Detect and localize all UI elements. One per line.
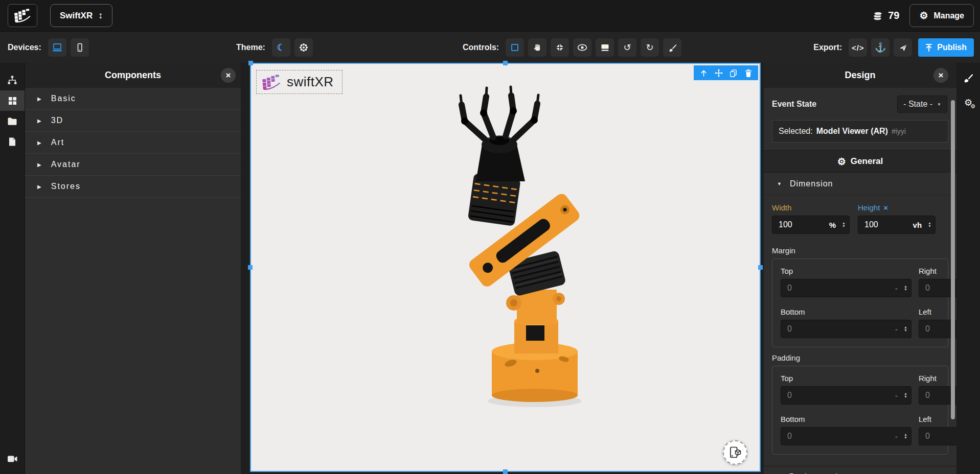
component-group-3d[interactable]: ▶ 3D bbox=[25, 110, 241, 132]
project-title-button[interactable]: SwiftXR ↕ bbox=[50, 4, 112, 27]
project-title: SwiftXR bbox=[60, 11, 93, 21]
credits-counter[interactable]: 79 bbox=[872, 10, 899, 21]
width-label: Width bbox=[772, 203, 850, 212]
publish-up-icon bbox=[925, 43, 932, 52]
flower-gear-icon bbox=[299, 43, 308, 52]
resize-handle-top-left[interactable] bbox=[248, 61, 253, 65]
canvas-logo-element[interactable]: swiftXR bbox=[256, 70, 343, 94]
control-select-button[interactable] bbox=[506, 38, 524, 57]
stepper[interactable]: ▲▼ bbox=[904, 392, 907, 398]
export-embed-button[interactable]: ⚓ bbox=[871, 38, 890, 57]
theme-dark-button[interactable]: ☾ bbox=[272, 38, 290, 57]
device-desktop-button[interactable] bbox=[48, 38, 66, 57]
duplicate-button[interactable] bbox=[729, 68, 738, 77]
unit-label[interactable]: - bbox=[895, 325, 898, 334]
eye-icon bbox=[577, 44, 587, 51]
move-element-button[interactable] bbox=[714, 68, 723, 77]
width-unit[interactable]: % bbox=[829, 221, 836, 229]
export-share-button[interactable] bbox=[894, 38, 912, 57]
control-panel-button[interactable] bbox=[596, 38, 614, 57]
stepper[interactable]: ▲▼ bbox=[904, 285, 907, 291]
ar-phone-cube-icon bbox=[728, 446, 742, 459]
component-group-avatar[interactable]: ▶ Avatar bbox=[25, 154, 241, 176]
margin-bottom-input[interactable] bbox=[787, 324, 893, 334]
manage-button[interactable]: ⚙ Manage bbox=[909, 4, 974, 27]
resize-handle-left-center[interactable] bbox=[248, 265, 253, 270]
app-logo[interactable] bbox=[8, 4, 37, 27]
padding-top-input[interactable] bbox=[787, 391, 893, 400]
margin-top-field: Top - ▲▼ bbox=[781, 267, 911, 297]
margin-top-input[interactable] bbox=[787, 283, 893, 293]
component-group-label: 3D bbox=[51, 116, 63, 125]
components-header: Components × bbox=[25, 63, 241, 88]
controls-group: Controls: bbox=[463, 38, 681, 57]
sidebar-item-hierarchy[interactable] bbox=[0, 70, 25, 90]
updown-arrow-icon: ↕ bbox=[98, 10, 103, 21]
background-section-toggle[interactable]: ▶ Background bbox=[764, 466, 956, 474]
move-up-layer-button[interactable] bbox=[699, 68, 708, 77]
selected-label: Selected: bbox=[779, 127, 813, 136]
padding-left-input[interactable] bbox=[925, 432, 956, 441]
component-group-basic[interactable]: ▶ Basic bbox=[25, 88, 241, 110]
dimension-section-toggle[interactable]: ▼ Dimension bbox=[764, 173, 956, 195]
resize-handle-right-center[interactable] bbox=[758, 265, 763, 270]
grid-icon bbox=[8, 96, 17, 106]
components-title: Components bbox=[105, 70, 161, 81]
sidebar-item-assets[interactable] bbox=[0, 111, 25, 131]
control-preview-button[interactable] bbox=[573, 38, 591, 57]
export-code-button[interactable]: </> bbox=[849, 38, 867, 57]
redo-icon: ↻ bbox=[646, 43, 654, 52]
components-close-button[interactable]: × bbox=[221, 68, 236, 83]
device-mobile-button[interactable] bbox=[71, 38, 89, 57]
selected-element-id: #iyyi bbox=[892, 127, 906, 135]
state-dropdown[interactable]: - State - ▼ bbox=[897, 96, 947, 113]
ar-preview-button[interactable] bbox=[723, 440, 747, 465]
width-inputbox: % ▲▼ bbox=[772, 216, 850, 234]
height-inputbox: vh ▲▼ bbox=[858, 216, 936, 234]
settings-tab-button[interactable]: ⚙⚙ bbox=[960, 94, 977, 111]
component-group-stores[interactable]: ▶ Stores bbox=[25, 176, 241, 198]
redo-button[interactable]: ↻ bbox=[641, 38, 659, 57]
field-label: Bottom bbox=[781, 307, 911, 316]
design-canvas[interactable]: swiftXR bbox=[250, 63, 761, 472]
unit-label[interactable]: - bbox=[895, 284, 898, 293]
padding-top-field: Top - ▲▼ bbox=[781, 374, 911, 405]
design-close-button[interactable]: × bbox=[933, 68, 948, 83]
height-input[interactable] bbox=[864, 220, 911, 229]
export-group: Export: </> ⚓ Publish bbox=[813, 38, 974, 57]
dimension-fields: Width % ▲▼ Height × vh ▲▼ bbox=[764, 195, 956, 240]
close-icon: × bbox=[226, 70, 231, 81]
resize-handle-top-center[interactable] bbox=[503, 61, 508, 65]
robot-arm-model[interactable] bbox=[251, 64, 760, 471]
sidebar-item-pages[interactable] bbox=[0, 131, 25, 152]
clear-canvas-button[interactable] bbox=[663, 38, 681, 57]
swiftxr-wing-logo bbox=[262, 75, 281, 90]
design-panel-scrollbar[interactable] bbox=[951, 100, 955, 419]
coins-icon bbox=[872, 10, 883, 21]
control-pan-button[interactable] bbox=[528, 38, 546, 57]
remove-height-icon[interactable]: × bbox=[883, 203, 888, 212]
theme-settings-button[interactable] bbox=[294, 38, 313, 57]
width-field: Width % ▲▼ bbox=[772, 203, 850, 234]
width-stepper[interactable]: ▲▼ bbox=[842, 222, 846, 228]
sidebar-item-components[interactable] bbox=[0, 90, 25, 111]
padding-bottom-input[interactable] bbox=[787, 432, 893, 441]
delete-button[interactable] bbox=[744, 68, 753, 77]
control-fit-button[interactable] bbox=[551, 38, 569, 57]
component-group-art[interactable]: ▶ Art bbox=[25, 132, 241, 154]
unit-label[interactable]: - bbox=[895, 432, 898, 441]
stepper[interactable]: ▲▼ bbox=[904, 326, 907, 332]
hand-icon bbox=[533, 43, 542, 52]
undo-button[interactable]: ↺ bbox=[618, 38, 636, 57]
sidebar-item-capture[interactable] bbox=[0, 448, 25, 469]
publish-button[interactable]: Publish bbox=[918, 38, 974, 57]
unit-label[interactable]: - bbox=[895, 391, 898, 400]
height-unit[interactable]: vh bbox=[913, 221, 922, 229]
component-group-label: Avatar bbox=[51, 160, 81, 169]
resize-handle-bottom-center[interactable] bbox=[503, 469, 508, 474]
design-tab-button[interactable] bbox=[960, 70, 977, 86]
width-input[interactable] bbox=[779, 220, 827, 229]
paper-plane-icon bbox=[899, 43, 907, 52]
height-stepper[interactable]: ▲▼ bbox=[928, 222, 931, 228]
stepper[interactable]: ▲▼ bbox=[904, 433, 907, 439]
